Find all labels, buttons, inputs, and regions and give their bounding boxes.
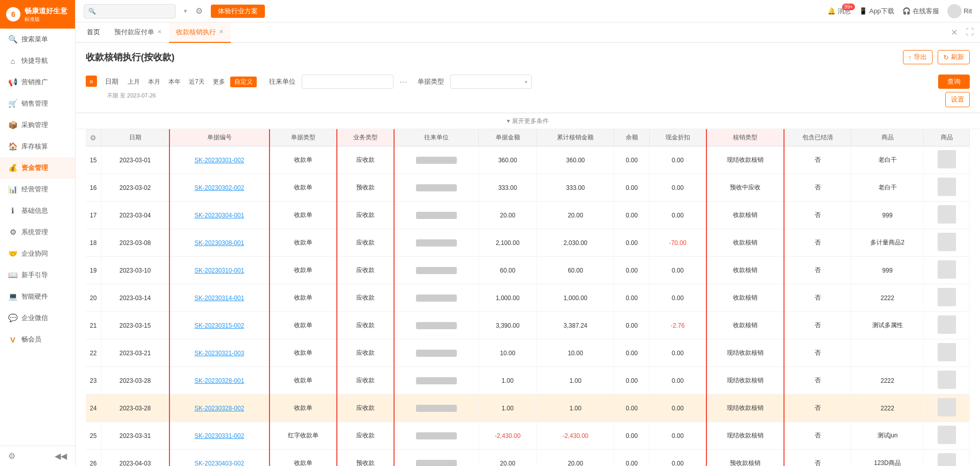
bill-no-link[interactable]: SK-20230315-002 <box>194 322 244 329</box>
cell-date: 2023-03-28 <box>101 367 169 395</box>
date-this-year[interactable]: 本年 <box>165 77 184 87</box>
topbar-search[interactable]: 🔍 <box>84 4 176 18</box>
search-icon: 🔍 <box>88 8 96 15</box>
col-settings-icon[interactable]: ⚙ <box>90 134 96 142</box>
refresh-btn[interactable]: ↻ 刷新 <box>938 50 970 64</box>
unit-input[interactable] <box>302 75 394 89</box>
notification-btn[interactable]: 🔔 消息 99+ <box>827 7 851 16</box>
collapse-icon[interactable]: ◀◀ <box>55 451 67 461</box>
date-7days[interactable]: 近7天 <box>186 77 208 87</box>
bell-icon: 🔔 <box>827 7 836 15</box>
date-last-month[interactable]: 上月 <box>125 77 143 87</box>
gear-icon[interactable]: ⚙ <box>195 6 203 16</box>
sidebar-item-hardware[interactable]: 💻 智能硬件 <box>0 286 75 307</box>
table-header: ⚙ 日期 单据编号 单据类型 业务类型 往来单位 单据金额 累计核销金额 余额 … <box>86 129 970 146</box>
bill-no-link[interactable]: SK-20230314-001 <box>194 295 244 302</box>
sidebar-item-system[interactable]: ⚙ 系统管理 <box>0 222 75 243</box>
app-download-btn[interactable]: 📱 App下载 <box>859 7 894 16</box>
bill-no-link[interactable]: SK-20230328-002 <box>194 405 244 412</box>
cell-writeoff: 360.00 <box>537 146 614 174</box>
sidebar-label-search: 搜索菜单 <box>21 35 48 44</box>
home-icon: ⌂ <box>8 56 17 65</box>
bill-no-link[interactable]: SK-20230328-001 <box>194 377 244 384</box>
cell-writeoff: 1.00 <box>537 395 614 422</box>
filter-collapse-btn[interactable]: » <box>86 76 97 87</box>
cell-goods1: 2222 <box>851 367 924 395</box>
sidebar-item-guide[interactable]: 📖 新手引导 <box>0 264 75 286</box>
sidebar-item-member[interactable]: V 畅会员 <box>0 329 75 350</box>
sidebar-item-purchase[interactable]: 📦 采购管理 <box>0 114 75 136</box>
bill-no-link[interactable]: SK-20230403-002 <box>194 460 244 467</box>
sidebar: 6 畅康道好生意 标准版 🔍 搜索菜单 ⌂ 快捷导航 📢 营销推广 🛒 销售管理… <box>0 0 76 466</box>
cell-writeoff-type: 现结收款核销 <box>706 146 785 174</box>
bill-no-link[interactable]: SK-20230304-001 <box>194 212 244 219</box>
cell-writeoff-type: 预收款核销 <box>706 450 785 467</box>
online-service-btn[interactable]: 🎧 在线客服 <box>902 7 939 16</box>
cell-included: 否 <box>784 202 851 229</box>
cell-date: 2023-03-28 <box>101 395 169 422</box>
sidebar-item-sales[interactable]: 🛒 销售管理 <box>0 93 75 114</box>
solution-btn[interactable]: 体验行业方案 <box>211 5 265 18</box>
sidebar-item-wechat[interactable]: 💬 企业微信 <box>0 307 75 329</box>
sidebar-item-finance[interactable]: 💰 资金管理 <box>0 157 75 179</box>
tab-prepay[interactable]: 预付款应付单 ✕ <box>107 22 169 43</box>
table-area: ⚙ 日期 单据编号 单据类型 业务类型 往来单位 单据金额 累计核销金额 余额 … <box>76 129 980 466</box>
user-avatar-area[interactable]: Rit <box>947 4 972 18</box>
export-btn[interactable]: ↑ 导出 <box>903 50 933 64</box>
cell-bill-type: 收款单 <box>270 146 337 174</box>
cell-unit <box>394 229 478 257</box>
col-included: 包含已结清 <box>784 129 851 146</box>
table-row: 21 2023-03-15 SK-20230315-002 收款单 应收款 3,… <box>86 312 970 339</box>
sidebar-item-operation[interactable]: 📊 经营管理 <box>0 179 75 200</box>
tab-receipts-close[interactable]: ✕ <box>219 29 224 35</box>
cell-bill-type: 收款单 <box>270 339 337 367</box>
select-chevron-icon: ▾ <box>525 79 527 85</box>
date-this-month[interactable]: 本月 <box>145 77 163 87</box>
col-settings: ⚙ <box>86 129 101 146</box>
bill-no-link[interactable]: SK-20230302-002 <box>194 184 244 191</box>
settings-bottom-icon[interactable]: ⚙ <box>8 451 15 461</box>
bill-no-link[interactable]: SK-20230321-003 <box>194 350 244 357</box>
sidebar-item-marketing[interactable]: 📢 营销推广 <box>0 71 75 93</box>
cell-goods2 <box>924 202 970 229</box>
cell-balance: 0.00 <box>614 229 650 257</box>
cell-no: 24 <box>86 395 101 422</box>
cell-goods2 <box>924 395 970 422</box>
date-custom[interactable]: 自定义 <box>230 77 257 87</box>
cell-bill-type: 收款单 <box>270 284 337 312</box>
sidebar-item-enterprise[interactable]: 🤝 企业协同 <box>0 243 75 264</box>
bill-no-link[interactable]: SK-20230301-002 <box>194 157 244 164</box>
close-window-icon[interactable]: ✕ <box>949 26 960 39</box>
tab-home[interactable]: 首页 <box>80 22 107 43</box>
dropdown-arrow[interactable]: ▾ <box>184 7 187 15</box>
cell-date: 2023-03-10 <box>101 257 169 284</box>
sidebar-item-search[interactable]: 🔍 搜索菜单 <box>0 29 75 50</box>
bill-no-link[interactable]: SK-20230308-001 <box>194 239 244 247</box>
settings-filter-btn[interactable]: 设置 <box>945 92 970 107</box>
cell-included: 否 <box>784 257 851 284</box>
query-btn[interactable]: 查询 <box>938 75 970 89</box>
cell-writeoff-type: 收款核销 <box>706 202 785 229</box>
filter-dots[interactable]: ··· <box>400 77 407 87</box>
page-actions: ↑ 导出 ↻ 刷新 <box>903 50 970 64</box>
date-more[interactable]: 更多 <box>210 77 228 87</box>
sidebar-label-wechat: 企业微信 <box>21 313 48 323</box>
expand-window-icon[interactable]: ⛶ <box>964 26 976 39</box>
cell-no: 18 <box>86 229 101 257</box>
tab-receipts[interactable]: 收款核销执行 ✕ <box>169 22 231 43</box>
bill-no-link[interactable]: SK-20230331-002 <box>194 432 244 439</box>
receipt-type-select[interactable]: ▾ <box>450 75 532 89</box>
sidebar-item-base[interactable]: ℹ 基础信息 <box>0 200 75 222</box>
sidebar-menu: 🔍 搜索菜单 ⌂ 快捷导航 📢 营销推广 🛒 销售管理 📦 采购管理 🏠 库存核… <box>0 29 75 446</box>
sidebar-label-guide: 新手引导 <box>21 271 48 280</box>
tab-prepay-close[interactable]: ✕ <box>157 29 162 35</box>
cell-goods1: 测试多属性 <box>851 312 924 339</box>
cell-goods1: 999 <box>851 202 924 229</box>
bill-no-link[interactable]: SK-20230310-001 <box>194 267 244 274</box>
sidebar-label-marketing: 营销推广 <box>21 78 48 87</box>
sidebar-item-inventory[interactable]: 🏠 库存核算 <box>0 136 75 157</box>
cell-biz-type: 应收款 <box>337 339 394 367</box>
sidebar-item-quick[interactable]: ⌂ 快捷导航 <box>0 50 75 71</box>
cell-included: 否 <box>784 450 851 467</box>
expand-btn[interactable]: ▾ 展开更多条件 <box>507 117 548 125</box>
